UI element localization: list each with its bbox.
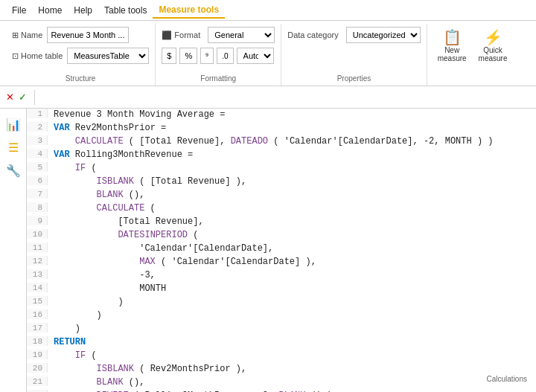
structure-group-label: Structure <box>66 73 96 86</box>
line-number: 17 <box>27 323 48 332</box>
properties-group-label: Properties <box>337 73 371 86</box>
line-content: ) <box>48 323 80 334</box>
ribbon-group-structure: ⊞ Name ⊡ Home table MeasuresTable Struct… <box>6 24 156 86</box>
currency-btn[interactable]: $ <box>162 48 176 64</box>
quick-measure-icon: ⚡ <box>484 30 502 45</box>
code-line-10: 10 DATESINPERIOD ( <box>27 229 536 242</box>
line-content: BLANK (), <box>48 376 144 388</box>
formatting-group-label: Formatting <box>200 73 236 86</box>
code-line-16: 16 ) <box>27 309 536 323</box>
line-content: ISBLANK ( [Total Revenue] ), <box>48 176 246 187</box>
line-content: BLANK (), <box>48 189 144 200</box>
ribbon-group-calculations: 📋 Newmeasure ⚡ Quickmeasure Calculations <box>427 24 518 86</box>
line-content: VAR Rev2MonthsPrior = <box>48 122 166 133</box>
line-number: 13 <box>27 269 48 279</box>
menu-table-tools[interactable]: Table tools <box>98 3 153 18</box>
toolbar-separator <box>34 90 35 105</box>
sidebar-model-icon[interactable]: 🔧 <box>3 161 24 181</box>
line-content: CALCULATE ( <box>48 202 156 213</box>
quick-measure-label: Quickmeasure <box>479 46 508 62</box>
code-line-20: 20 ISBLANK ( Rev2MonthsPrior ), <box>27 363 536 376</box>
editor-toolbar: ✕ ✓ <box>0 86 536 109</box>
sidebar: 📊 ☰ 🔧 <box>0 109 27 392</box>
code-line-8: 8 CALCULATE ( <box>27 202 536 216</box>
new-measure-icon: 📋 <box>443 30 462 45</box>
code-line-17: 17 ) <box>27 323 536 336</box>
menu-home[interactable]: Home <box>32 3 68 18</box>
line-number: 14 <box>27 283 48 292</box>
line-number: 18 <box>27 336 48 346</box>
line-number: 8 <box>27 202 48 212</box>
line-content: CALCULATE ( [Total Revenue], DATEADO ( '… <box>48 135 494 147</box>
line-number: 19 <box>27 350 48 359</box>
discard-btn[interactable]: ✕ <box>6 91 14 103</box>
line-number: 16 <box>27 309 48 319</box>
ribbon: ⊞ Name ⊡ Home table MeasuresTable Struct… <box>0 21 536 86</box>
line-number: 20 <box>27 363 48 373</box>
menu-measure-tools[interactable]: Measure tools <box>153 2 225 19</box>
percent-btn[interactable]: % <box>179 48 197 64</box>
line-content: ) <box>48 296 124 307</box>
code-line-21: 21 BLANK (), <box>27 376 536 390</box>
format-label: ⬛ Format <box>162 30 200 40</box>
line-number: 11 <box>27 242 48 252</box>
line-content: 'Calendar'[CalendarDate], <box>48 242 273 254</box>
auto-select[interactable]: Auto <box>237 48 274 64</box>
line-content: VAR Rolling3MonthRevenue = <box>48 149 193 160</box>
line-number: 5 <box>27 162 48 172</box>
code-line-7: 7 BLANK (), <box>27 189 536 202</box>
line-number: 21 <box>27 376 48 386</box>
menu-bar: File Home Help Table tools Measure tools <box>0 0 536 21</box>
code-line-6: 6 ISBLANK ( [Total Revenue] ), <box>27 176 536 189</box>
line-number: 2 <box>27 122 48 132</box>
code-line-2: 2VAR Rev2MonthsPrior = <box>27 122 536 135</box>
line-content: -3, <box>48 269 156 280</box>
sidebar-table-icon[interactable]: ☰ <box>5 138 22 158</box>
main-area: 📊 ☰ 🔧 1Revenue 3 Month Moving Average =2… <box>0 109 536 392</box>
line-content: DATESINPERIOD ( <box>48 229 198 240</box>
line-content: ) <box>48 309 102 321</box>
line-number: 3 <box>27 135 48 145</box>
format-select[interactable]: General <box>208 27 275 43</box>
line-number: 15 <box>27 296 48 306</box>
decimal-btn[interactable]: .0 <box>217 48 233 64</box>
ribbon-group-properties: Data category Uncategorized Properties <box>281 24 427 86</box>
code-line-4: 4VAR Rolling3MonthRevenue = <box>27 149 536 162</box>
home-table-select[interactable]: MeasuresTable <box>67 48 149 64</box>
ribbon-group-formatting: ⬛ Format General $ % ⁹ .0 Auto Formattin… <box>156 24 281 86</box>
menu-file[interactable]: File <box>6 3 32 18</box>
code-line-15: 15 ) <box>27 296 536 309</box>
name-input[interactable] <box>47 27 129 43</box>
code-line-3: 3 CALCULATE ( [Total Revenue], DATEADO (… <box>27 135 536 149</box>
new-measure-btn[interactable]: 📋 Newmeasure <box>433 27 471 65</box>
comma-btn[interactable]: ⁹ <box>200 48 214 64</box>
menu-help[interactable]: Help <box>68 3 98 18</box>
home-table-label: ⊡ Home table <box>12 51 63 61</box>
code-editor[interactable]: 1Revenue 3 Month Moving Average =2VAR Re… <box>27 109 536 392</box>
line-content: IF ( <box>48 350 97 361</box>
data-category-select[interactable]: Uncategorized <box>346 27 421 43</box>
new-measure-label: Newmeasure <box>438 46 467 62</box>
line-number: 10 <box>27 229 48 239</box>
line-content: [Total Revenue], <box>48 216 204 227</box>
line-content: RETURN <box>48 336 86 347</box>
line-number: 4 <box>27 149 48 158</box>
sidebar-chart-icon[interactable]: 📊 <box>3 115 24 135</box>
calculations-group-label: Calculations <box>487 373 527 386</box>
code-line-18: 18RETURN <box>27 336 536 350</box>
line-content: MAX ( 'Calendar'[CalendarDate] ), <box>48 256 316 267</box>
line-content: Revenue 3 Month Moving Average = <box>48 109 225 120</box>
confirm-btn[interactable]: ✓ <box>19 91 27 103</box>
code-line-14: 14 MONTH <box>27 283 536 296</box>
line-number: 9 <box>27 216 48 225</box>
line-content: MONTH <box>48 283 166 294</box>
line-number: 1 <box>27 109 48 118</box>
code-line-11: 11 'Calendar'[CalendarDate], <box>27 242 536 256</box>
code-line-12: 12 MAX ( 'Calendar'[CalendarDate] ), <box>27 256 536 269</box>
line-number: 6 <box>27 176 48 185</box>
name-label: ⊞ Name <box>12 30 42 40</box>
line-content: ISBLANK ( Rev2MonthsPrior ), <box>48 363 246 374</box>
quick-measure-btn[interactable]: ⚡ Quickmeasure <box>474 27 512 65</box>
code-line-13: 13 -3, <box>27 269 536 283</box>
line-content: IF ( <box>48 162 97 173</box>
